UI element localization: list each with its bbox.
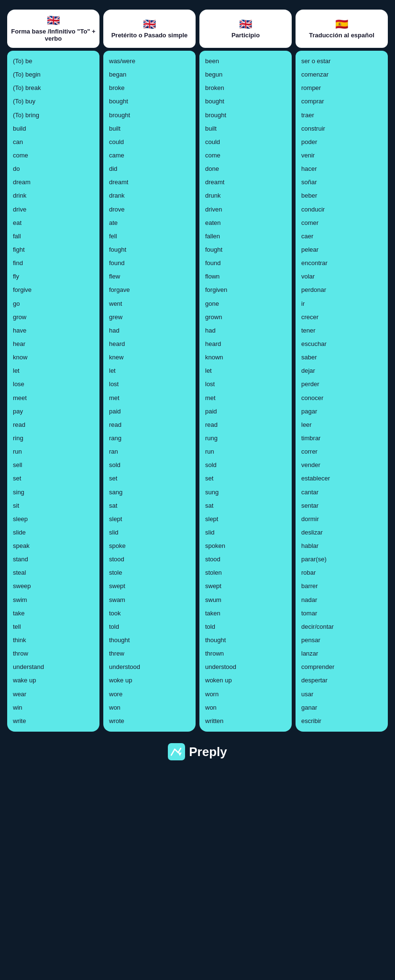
table-cell: flew xyxy=(106,270,193,283)
table-cell: drove xyxy=(106,203,193,216)
table-cell: beber xyxy=(298,189,385,202)
table-cell: grown xyxy=(202,311,289,324)
table-cell: wear xyxy=(10,688,97,701)
table-cell: stood xyxy=(202,553,289,566)
table-cell: fell xyxy=(106,230,193,243)
table-cell: escribir xyxy=(298,714,385,728)
table-cell: lost xyxy=(202,378,289,391)
table-cell: fought xyxy=(106,243,193,256)
table-cell: sang xyxy=(106,486,193,499)
table-cell: slept xyxy=(106,512,193,526)
table-cell: sung xyxy=(202,486,289,499)
table-cell: soñar xyxy=(298,176,385,189)
table-cell: bought xyxy=(202,95,289,108)
table-cell: met xyxy=(202,391,289,405)
table-cell: conducir xyxy=(298,203,385,216)
table-cell: paid xyxy=(202,405,289,418)
table-cell: could xyxy=(106,135,193,149)
column-header-base: 🇬🇧Forma base /Infinitivo "To" + verbo xyxy=(7,10,99,48)
table-cell: traer xyxy=(298,109,385,122)
table-cell: read xyxy=(202,418,289,432)
table-cell: lose xyxy=(10,378,97,391)
table-cell: can xyxy=(10,135,97,149)
table-cell: romper xyxy=(298,81,385,95)
table-cell: dejar xyxy=(298,364,385,378)
table-cell: sold xyxy=(106,458,193,472)
table-cell: met xyxy=(106,391,193,405)
table-cell: began xyxy=(106,68,193,81)
table-cell: slide xyxy=(10,526,97,539)
table-cell: let xyxy=(106,364,193,378)
table-cell: thought xyxy=(106,634,193,647)
table-cell: volar xyxy=(298,270,385,283)
table-cell: parar(se) xyxy=(298,553,385,566)
table-cell: worn xyxy=(202,688,289,701)
table-cell: perder xyxy=(298,378,385,391)
column-base: 🇬🇧Forma base /Infinitivo "To" + verbo(To… xyxy=(7,10,99,732)
table-cell: told xyxy=(106,620,193,634)
table-cell: pensar xyxy=(298,634,385,647)
table-cell: grew xyxy=(106,311,193,324)
table-cell: could xyxy=(202,135,289,149)
table-cell: swept xyxy=(106,579,193,593)
table-cell: read xyxy=(106,418,193,432)
brand-name: Preply xyxy=(189,745,227,759)
table-cell: fought xyxy=(202,243,289,256)
table-cell: conocer xyxy=(298,391,385,405)
column-header-participle: 🇬🇧Participio xyxy=(199,10,292,48)
table-cell: stolen xyxy=(202,566,289,579)
table-cell: vender xyxy=(298,458,385,472)
table-cell: (To) begin xyxy=(10,68,97,81)
table-cell: cantar xyxy=(298,486,385,499)
table-cell: sold xyxy=(202,458,289,472)
table-cell: swam xyxy=(106,593,193,607)
table-cell: find xyxy=(10,256,97,270)
table-cell: crecer xyxy=(298,311,385,324)
table-cell: despertar xyxy=(298,674,385,687)
table-cell: tomar xyxy=(298,607,385,620)
table-cell: let xyxy=(10,364,97,378)
table-cell: dreamt xyxy=(106,176,193,189)
table-cell: brought xyxy=(106,109,193,122)
table-cell: wrote xyxy=(106,714,193,728)
table-cell: comprar xyxy=(298,95,385,108)
table-cell: perdonar xyxy=(298,283,385,297)
table-cell: sat xyxy=(202,499,289,512)
table-cell: slid xyxy=(202,526,289,539)
table-cell: thought xyxy=(202,634,289,647)
table-cell: drunk xyxy=(202,189,289,202)
column-preterite: 🇬🇧Pretérito o Pasado simplewas/werebegan… xyxy=(103,10,196,732)
table-cell: comenzar xyxy=(298,68,385,81)
table-cell: ran xyxy=(106,445,193,458)
table-cell: bought xyxy=(106,95,193,108)
table-cell: sleep xyxy=(10,512,97,526)
table-cell: understood xyxy=(106,660,193,674)
table-cell: hear xyxy=(10,337,97,351)
table-cell: (To) be xyxy=(10,55,97,68)
table-cell: set xyxy=(202,472,289,485)
table-cell: stood xyxy=(106,553,193,566)
table-cell: set xyxy=(10,472,97,485)
verb-table: 🇬🇧Forma base /Infinitivo "To" + verbo(To… xyxy=(7,10,388,732)
table-cell: saber xyxy=(298,351,385,364)
flag-spanish: 🇪🇸 xyxy=(335,19,348,30)
column-header-spanish: 🇪🇸Traducción al español xyxy=(296,10,388,48)
table-cell: tener xyxy=(298,324,385,337)
table-cell: build xyxy=(10,122,97,135)
table-cell: found xyxy=(202,256,289,270)
table-cell: set xyxy=(106,472,193,485)
table-cell: spoke xyxy=(106,539,193,553)
table-cell: ate xyxy=(106,216,193,230)
table-cell: won xyxy=(106,701,193,714)
table-cell: spoken xyxy=(202,539,289,553)
table-cell: pay xyxy=(10,405,97,418)
table-cell: lanzar xyxy=(298,647,385,660)
table-cell: took xyxy=(106,607,193,620)
table-cell: deslizar xyxy=(298,526,385,539)
table-cell: fall xyxy=(10,230,97,243)
table-cell: do xyxy=(10,162,97,176)
logo: Preply xyxy=(168,743,227,760)
table-cell: came xyxy=(106,149,193,162)
table-cell: ring xyxy=(10,432,97,445)
table-cell: dreamt xyxy=(202,176,289,189)
